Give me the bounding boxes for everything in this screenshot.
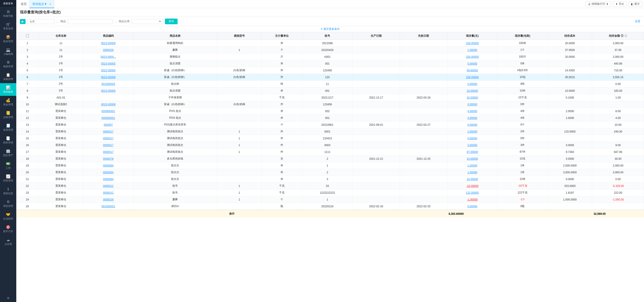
cell-proddate [352, 60, 400, 67]
cell-code[interactable]: 0023-00008 [83, 101, 134, 108]
cell-code[interactable]: 0000084 [83, 176, 134, 183]
cell-code[interactable]: 0000017 [83, 135, 134, 142]
cell-code[interactable]: 0023-00005 [83, 67, 134, 74]
sidebar-item-baseinfo[interactable]: ℹ 基础信息 [0, 185, 16, 197]
cell-code[interactable]: 0023-00005 [83, 87, 134, 94]
value-header-label: 结存金额 ① [609, 34, 623, 37]
category-select[interactable] [132, 19, 163, 24]
cell-qty1[interactable]: 0.00000 [447, 203, 498, 210]
sidebar-item-collab[interactable]: 🤝 企业协同 [0, 210, 16, 223]
cell-qty1[interactable]: 10.00000 [447, 94, 498, 101]
sidebar-item-retail[interactable]: 🛒 零售管理 [0, 20, 16, 33]
sidebar-logo[interactable]: 搜索菜单 [0, 0, 16, 7]
sidebar-item-wholesale[interactable]: 📦 批发管理 [0, 33, 16, 45]
cell-qty2: -16千克 [498, 183, 548, 189]
sidebar-item-inventory[interactable]: 📊 库存核算 [0, 83, 16, 96]
cell-qty1[interactable]: 122.00000 [447, 189, 498, 196]
cell-batch: 33 [302, 183, 352, 189]
cell-code[interactable]: 0000012 [83, 183, 134, 189]
cell-qty1[interactable]: 10.00000 [447, 87, 498, 94]
cell-code[interactable]: 0023-00008 [83, 74, 134, 81]
cell-code[interactable]: 0000017 [83, 142, 134, 149]
cell-code[interactable]: 000900001 [83, 108, 134, 115]
cell-code[interactable]: 001000026 [83, 81, 134, 87]
cell-qty1[interactable]: 4.00000 [447, 108, 498, 115]
cell-qty1[interactable]: 0.00000 [447, 101, 498, 108]
export-btn[interactable]: ⬆ 导出 [613, 1, 626, 7]
cell-code[interactable]: 0000084 [83, 169, 134, 176]
cell-qty1[interactable]: 10.00000 [447, 156, 498, 162]
tab-close-icon[interactable]: ✕ [49, 3, 51, 6]
cell-code[interactable]: 001000031 [83, 203, 134, 210]
goods-input[interactable] [68, 19, 113, 24]
cell-qty1[interactable]: 3.00000 [447, 142, 498, 149]
inventory-icon: 📊 [1, 85, 16, 90]
sidebar-item-purchase[interactable]: 📋 采购管理 [0, 70, 16, 83]
tab-home[interactable]: 首页 [18, 0, 30, 8]
sidebar-item-salary[interactable]: 💵 工资 [0, 159, 16, 172]
expand-filter-btn[interactable]: ▶ [20, 19, 26, 24]
sidebar-item-guide[interactable]: 🎯 新手引导 [0, 223, 16, 235]
cell-code[interactable]: 0023-0000... [83, 54, 134, 60]
quicknav-icon: ⊞ [1, 10, 16, 14]
cell-qty1[interactable]: 2.00000 [447, 128, 498, 135]
cell-code[interactable]: 0000078 [83, 156, 134, 162]
sidebar-item-ecomsmall[interactable]: 💻 小融电商 [0, 45, 16, 58]
cell-qty1[interactable]: 1.00000 [447, 47, 498, 54]
warehouse-input[interactable] [27, 19, 54, 24]
cell-proddate [352, 128, 400, 135]
cell-qty1[interactable]: 49.60000 [447, 67, 498, 74]
cell-code[interactable] [83, 94, 134, 101]
tab-inventory-batch[interactable]: 库存批次▼ ✕ [30, 0, 54, 8]
sidebar-item-ecom[interactable]: 🖥 电商管理 [0, 58, 16, 70]
print-btn[interactable]: 🖨 按模板打印 ▼ [586, 1, 611, 7]
cell-qty1[interactable]: 100.00000 [447, 54, 498, 60]
cell-unit: 件 [262, 142, 302, 149]
cell-qty1[interactable]: 10.00000 [447, 176, 498, 183]
select-all-checkbox[interactable] [26, 34, 29, 37]
cell-qty1[interactable]: 4.00000 [447, 115, 498, 121]
sidebar-item-invoice[interactable]: 🧾 发票管理 [0, 121, 16, 134]
cell-qty1[interactable]: 87.00000 [447, 149, 498, 156]
toggle-btn[interactable]: ◧ 显示 [628, 1, 642, 7]
sidebar-item-cloud[interactable]: ☁ 云应用 [0, 235, 16, 248]
cell-code[interactable]: 0000017 [83, 128, 134, 135]
cell-qty1[interactable]: 1.00000 [447, 169, 498, 176]
cell-code[interactable]: 0000017 [83, 149, 134, 156]
settings-link[interactable]: 设置 [635, 20, 640, 23]
sidebar-settings[interactable]: ⚙ [0, 294, 16, 302]
sidebar-item-label: 资金管理 [3, 103, 13, 106]
cell-batch: 123456 [302, 67, 352, 74]
cell-code[interactable]: 000900001 [83, 115, 134, 121]
cell-qty1[interactable]: 0.00000 [447, 81, 498, 87]
cell-qty1[interactable]: 1.00000 [447, 162, 498, 169]
cell-qty1[interactable]: 100.00000 [447, 74, 498, 81]
cell-qty1[interactable]: 0.00000 [447, 135, 498, 142]
sidebar-item-sysadmin[interactable]: ⚙ 系统管理 [0, 197, 16, 210]
cell-code[interactable]: 000097 [83, 121, 134, 128]
purchase-icon: 📋 [1, 73, 16, 77]
cell-code[interactable]: 0000029 [83, 196, 134, 203]
cell-qty1[interactable]: 0.00000 [447, 121, 498, 128]
cell-qty1[interactable]: 100.00000 [447, 40, 498, 47]
cell-qty1[interactable]: -1.00000 [447, 196, 498, 203]
table-container[interactable]: 仓库名称 商品编码 商品名称 规格型号 主计量单位 批号 生产日期 失效日期 现… [16, 32, 644, 302]
cell-qty1[interactable]: -16.00000 [447, 183, 498, 189]
print-icon: 🖨 [588, 3, 590, 6]
sidebar-item-tax[interactable]: 📑 税务管理 [0, 134, 16, 146]
sidebar-item-ledger[interactable]: 📒 总账管理 [0, 108, 16, 121]
cell-code[interactable]: 0023-00009 [83, 40, 134, 47]
cell-qty1[interactable]: 0.00000 [447, 60, 498, 67]
search-btn[interactable]: 查询 [165, 19, 178, 24]
sidebar-item-finance[interactable]: 💰 资金管理 [0, 96, 16, 108]
cell-code[interactable]: 0000084 [83, 162, 134, 169]
sidebar-item-operations[interactable]: 📈 经营管理 [0, 172, 16, 185]
cell-cost [548, 203, 592, 210]
cell-code[interactable]: 0000012 [83, 189, 134, 196]
cell-code[interactable]: 0000029 [83, 47, 134, 54]
sidebar-item-quicknav[interactable]: ⊞ 快捷导航 [0, 7, 16, 20]
sidebar-item-assets[interactable]: 🏢 固定资产 [0, 146, 16, 159]
expand-conditions-btn[interactable]: ✦ 展开更多条件 [320, 27, 340, 31]
cell-no: 21 [16, 176, 39, 183]
cell-code[interactable]: 0023-00005 [83, 60, 134, 67]
